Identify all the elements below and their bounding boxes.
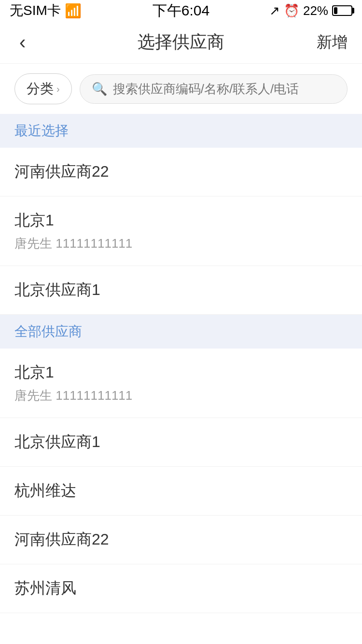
list-item[interactable]: 杭州维达: [0, 467, 362, 516]
list-item[interactable]: 北京1唐先生 11111111111: [0, 196, 362, 266]
recent-section-header: 最近选择: [0, 114, 362, 148]
filter-bar: 分类 › 🔍: [0, 64, 362, 114]
list-item[interactable]: 苏州清风: [0, 564, 362, 613]
all-section-header: 全部供应商: [0, 315, 362, 349]
status-left: 无SIM卡 📶: [10, 1, 82, 20]
item-name: 河南供应商22: [14, 529, 348, 550]
item-name: 北京供应商1: [14, 432, 348, 453]
alarm-icon: ⏰: [284, 3, 299, 18]
category-label: 分类: [27, 80, 54, 98]
item-name: 北京1: [14, 362, 348, 383]
item-name: 河南供应商22: [14, 161, 348, 182]
item-name: 苏州清风: [14, 578, 348, 599]
search-bar[interactable]: 🔍: [80, 74, 348, 104]
category-button[interactable]: 分类 ›: [14, 73, 72, 104]
location-icon: ↗: [269, 3, 280, 18]
item-name: 杭州维达: [14, 480, 348, 502]
item-name: 北京供应商1: [14, 280, 348, 301]
search-icon: 🔍: [92, 82, 107, 97]
item-name: 北京1: [14, 210, 348, 231]
all-section-label: 全部供应商: [14, 324, 82, 339]
list-item[interactable]: 北京1唐先生 11111111111: [0, 349, 362, 418]
status-time: 下午6:04: [153, 1, 209, 21]
recent-section-label: 最近选择: [14, 123, 69, 138]
status-right: ↗ ⏰ 22%: [269, 3, 352, 18]
battery-icon: [332, 5, 352, 16]
add-button[interactable]: 新增: [317, 32, 348, 53]
wifi-icon: 📶: [65, 3, 82, 19]
battery-fill: [334, 7, 337, 14]
sim-status: 无SIM卡: [10, 1, 61, 20]
all-items-list: 北京1唐先生 11111111111北京供应商1杭州维达河南供应商22苏州清风: [0, 349, 362, 613]
battery-percent: 22%: [303, 3, 328, 18]
list-item[interactable]: 河南供应商22: [0, 516, 362, 564]
chevron-right-icon: ›: [56, 84, 60, 95]
status-bar: 无SIM卡 📶 下午6:04 ↗ ⏰ 22%: [0, 0, 362, 21]
item-sub: 唐先生 11111111111: [14, 387, 348, 404]
back-button[interactable]: ‹: [14, 27, 30, 58]
list-item[interactable]: 北京供应商1: [0, 418, 362, 467]
search-input[interactable]: [113, 82, 335, 97]
item-sub: 唐先生 11111111111: [14, 235, 348, 252]
list-item[interactable]: 北京供应商1: [0, 266, 362, 315]
nav-bar: ‹ 选择供应商 新增: [0, 21, 362, 64]
list-item[interactable]: 河南供应商22: [0, 148, 362, 196]
recent-items-list: 河南供应商22北京1唐先生 11111111111北京供应商1: [0, 148, 362, 315]
page-title: 选择供应商: [138, 30, 224, 54]
